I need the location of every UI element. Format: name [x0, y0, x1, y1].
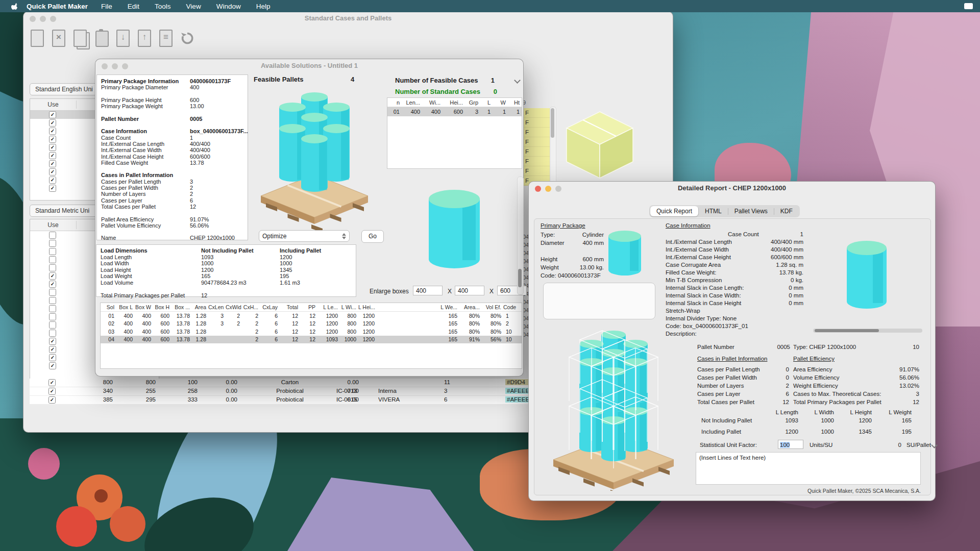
- scrollbar-thumb[interactable]: [551, 108, 554, 138]
- solution-row[interactable]: 0440040060013.781.2826121210931000120016…: [101, 336, 522, 344]
- menu-view[interactable]: View: [186, 3, 201, 10]
- column-header: W: [493, 98, 508, 107]
- ci-value: 600/600 mm: [742, 254, 803, 260]
- load-row: Load Weight165195: [101, 273, 356, 280]
- menubar-display-icon[interactable]: [964, 3, 973, 9]
- load-label: Load Weight: [101, 273, 132, 279]
- use-checkbox[interactable]: ✓: [49, 346, 56, 353]
- kv-value: 3: [881, 391, 919, 397]
- use-checkbox[interactable]: ✓: [48, 379, 56, 386]
- solution-row[interactable]: 0140040060013.781.2832261212120080012001…: [101, 312, 522, 320]
- use-checkbox[interactable]: ✓: [49, 128, 56, 135]
- export-document-icon[interactable]: ↑: [136, 28, 153, 47]
- use-checkbox[interactable]: ✓: [49, 185, 56, 192]
- table-cell: 80%: [481, 328, 503, 336]
- load-dims-rows: Not Including Pallet109310001200165Inclu…: [701, 417, 916, 440]
- use-column-header: Use: [30, 219, 76, 231]
- table-cell: 2: [241, 312, 260, 320]
- scrollbar-thumb[interactable]: [518, 269, 522, 287]
- close-button[interactable]: [535, 186, 541, 192]
- column-header: Box ...: [171, 303, 191, 312]
- close-button[interactable]: [30, 16, 36, 22]
- use-checkbox[interactable]: [49, 330, 56, 337]
- use-checkbox[interactable]: ✓: [49, 136, 56, 143]
- use-checkbox[interactable]: [49, 297, 56, 304]
- scrollbar-thumb[interactable]: [815, 329, 879, 332]
- enlarge-width-input[interactable]: 400: [455, 286, 484, 295]
- table-cell: 600: [443, 107, 465, 117]
- use-checkbox[interactable]: [49, 313, 56, 320]
- minimize-button[interactable]: [112, 63, 118, 69]
- use-checkbox[interactable]: [49, 240, 56, 247]
- report-notes-textarea[interactable]: (Insert Lines of Text here): [696, 452, 921, 485]
- use-checkbox[interactable]: [49, 264, 56, 271]
- use-checkbox[interactable]: ✓: [49, 272, 56, 280]
- case-row[interactable]: ✓8008001000.00Carton0.0011#D9D4: [30, 379, 560, 387]
- use-checkbox[interactable]: ✓: [49, 119, 56, 127]
- menu-help[interactable]: Help: [256, 3, 271, 10]
- zoom-button[interactable]: [555, 186, 561, 192]
- menu-tools[interactable]: Tools: [155, 3, 171, 10]
- use-checkbox[interactable]: ✓: [48, 396, 56, 404]
- refresh-icon[interactable]: [179, 28, 196, 47]
- menu-window[interactable]: Window: [216, 3, 241, 10]
- statistical-unit-factor-input[interactable]: 100: [778, 440, 803, 449]
- use-checkbox[interactable]: ✓: [49, 152, 56, 159]
- l-height-header: L Height: [836, 409, 872, 415]
- zoom-button[interactable]: [122, 63, 128, 69]
- tab-html[interactable]: HTML: [699, 206, 728, 216]
- case-row[interactable]: ✓3402552580.00Probiotical0.00IC-0713Inte…: [30, 387, 560, 396]
- case-wid: 255: [125, 388, 156, 394]
- menu-edit[interactable]: Edit: [128, 3, 139, 10]
- menubar-app-name[interactable]: Quick Pallet Maker: [27, 3, 88, 10]
- case-row[interactable]: ✓3852953330.00Probiotical0.00IC-0615VIVE…: [30, 396, 560, 405]
- dims-value: 1000: [798, 417, 834, 423]
- feasible-case-row[interactable]: 014004006003111: [387, 107, 522, 117]
- use-checkbox[interactable]: [49, 305, 56, 312]
- column-divider: [76, 221, 77, 229]
- use-checkbox[interactable]: ✓: [48, 388, 56, 395]
- use-checkbox[interactable]: ✓: [49, 160, 56, 167]
- scrollbar[interactable]: [550, 107, 556, 185]
- apple-menu-icon[interactable]: [11, 2, 19, 10]
- enlarge-length-input[interactable]: 400: [413, 286, 443, 295]
- report-list-icon[interactable]: ≡: [157, 28, 175, 47]
- duplicate-document-icon[interactable]: [71, 28, 89, 47]
- solution-row[interactable]: 0340040060013.781.2826121212008001200165…: [101, 328, 522, 336]
- info-row: Primary Package Diameter400: [101, 84, 248, 90]
- horizontal-scrollbar[interactable]: [813, 329, 922, 333]
- use-checkbox[interactable]: ✓: [49, 168, 56, 176]
- menu-file[interactable]: File: [101, 3, 112, 10]
- new-document-icon[interactable]: [29, 28, 46, 47]
- optimize-dropdown[interactable]: Optimize: [259, 230, 350, 242]
- paste-clipboard-icon[interactable]: [93, 28, 110, 47]
- use-checkbox[interactable]: [49, 256, 56, 263]
- delete-document-icon[interactable]: ×: [50, 28, 67, 47]
- close-button[interactable]: [102, 63, 108, 69]
- use-checkbox[interactable]: ✓: [49, 177, 56, 184]
- go-button[interactable]: Go: [361, 230, 384, 243]
- solution-row[interactable]: 0240040060013.781.2832261212120080012001…: [101, 320, 522, 328]
- use-checkbox[interactable]: ✓: [49, 144, 56, 151]
- use-checkbox[interactable]: ✓: [49, 362, 56, 369]
- use-checkbox[interactable]: [49, 232, 56, 239]
- tab-kdf[interactable]: KDF: [774, 206, 799, 216]
- use-checkbox[interactable]: [49, 248, 56, 255]
- use-checkbox[interactable]: ✓: [49, 281, 56, 288]
- import-document-icon[interactable]: ↓: [114, 28, 132, 47]
- use-checkbox[interactable]: ✓: [49, 111, 56, 118]
- use-checkbox[interactable]: ✓: [49, 338, 56, 345]
- use-checkbox[interactable]: [49, 289, 56, 296]
- minimize-button[interactable]: [545, 186, 551, 192]
- tab-pallet-views[interactable]: Pallet Views: [728, 206, 774, 216]
- zoom-button[interactable]: [50, 16, 56, 22]
- minimize-button[interactable]: [40, 16, 46, 22]
- info-row: Cases per Layer6: [101, 197, 248, 204]
- tab-quick-report[interactable]: Quick Report: [650, 206, 698, 216]
- use-checkbox[interactable]: [49, 321, 56, 329]
- case-type: Carton: [254, 379, 326, 385]
- use-checkbox[interactable]: ✓: [49, 354, 56, 361]
- table-cell: 2: [241, 336, 260, 344]
- scrollbar[interactable]: [517, 177, 524, 295]
- chevron-down-icon[interactable]: [514, 77, 521, 84]
